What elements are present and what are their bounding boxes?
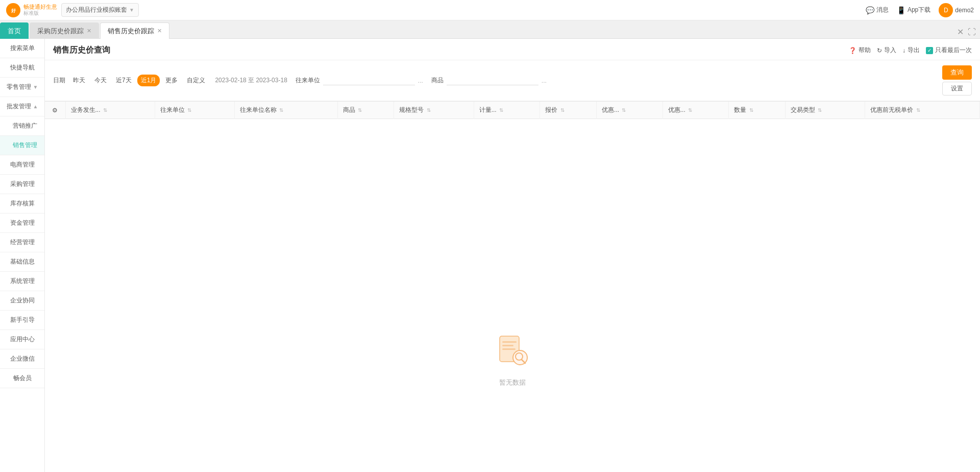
sort-icon: ⇅ bbox=[358, 107, 362, 113]
sales-mgmt-label: 销售管理 bbox=[13, 141, 37, 150]
sidebar-item-marketing[interactable]: 营销推广 bbox=[0, 116, 44, 136]
tab-sales-label: 销售历史价跟踪 bbox=[108, 27, 154, 36]
col-product[interactable]: 商品 ⇅ bbox=[337, 102, 394, 119]
filter-right-actions: 查询 设置 bbox=[942, 65, 972, 96]
finance-label: 资金管理 bbox=[10, 219, 35, 227]
col-price[interactable]: 报价 ⇅ bbox=[540, 102, 597, 119]
page-title: 销售历史价查询 bbox=[53, 45, 110, 56]
workspace-label: 办公用品行业模拟账套 bbox=[66, 6, 127, 14]
guide-label: 新手引导 bbox=[10, 316, 35, 324]
col-pretax-price[interactable]: 优惠前无税单价 ⇅ bbox=[865, 102, 980, 119]
col-settings[interactable]: ⚙ bbox=[45, 102, 65, 119]
tab-home[interactable]: 首页 bbox=[0, 22, 29, 39]
sidebar-item-basic-info[interactable]: 基础信息 bbox=[0, 252, 44, 272]
help-button[interactable]: ❓ 帮助 bbox=[849, 46, 871, 55]
page-header: 销售历史价查询 ❓ 帮助 ↻ 导入 ↓ 导出 ✓ 只看最后一次 bbox=[45, 39, 980, 60]
svg-rect-5 bbox=[502, 348, 516, 350]
sidebar-item-wechat[interactable]: 企业微信 bbox=[0, 349, 44, 369]
close-tab-icon[interactable]: ✕ bbox=[957, 28, 964, 36]
date-btn-7days[interactable]: 近7天 bbox=[112, 75, 135, 86]
date-label: 日期 bbox=[53, 76, 65, 85]
col-spec[interactable]: 规格型号 ⇅ bbox=[394, 102, 474, 119]
date-btn-today[interactable]: 今天 bbox=[91, 75, 110, 86]
view-last-toggle[interactable]: ✓ 只看最后一次 bbox=[926, 46, 972, 55]
tab-purchase-history[interactable]: 采购历史价跟踪 ✕ bbox=[30, 22, 99, 39]
tab-purchase-label: 采购历史价跟踪 bbox=[37, 27, 84, 36]
svg-text:好: 好 bbox=[11, 8, 16, 13]
date-btn-custom[interactable]: 自定义 bbox=[183, 75, 209, 86]
user-menu[interactable]: D demo2 bbox=[939, 3, 974, 17]
message-button[interactable]: 💬 消息 bbox=[866, 6, 889, 14]
sidebar-item-retail[interactable]: 零售管理 ▼ bbox=[0, 78, 44, 97]
sidebar-item-enterprise[interactable]: 企业协同 bbox=[0, 291, 44, 311]
avatar: D bbox=[939, 3, 953, 17]
table-area: ⚙ 业务发生... ⇅ 往来单位 ⇅ 往来单位名称 bbox=[45, 102, 980, 472]
table-header-row: ⚙ 业务发生... ⇅ 往来单位 ⇅ 往来单位名称 bbox=[45, 102, 980, 119]
sidebar-item-search-menu[interactable]: 搜索菜单 bbox=[0, 39, 44, 58]
col-trade-type[interactable]: 交易类型 ⇅ bbox=[786, 102, 865, 119]
sidebar-item-quick-nav[interactable]: 快捷导航 bbox=[0, 58, 44, 78]
app-download-button[interactable]: 📱 App下载 bbox=[897, 6, 930, 14]
sort-icon: ⇅ bbox=[622, 107, 626, 113]
wechat-label: 企业微信 bbox=[10, 355, 35, 363]
tab-sales-close[interactable]: ✕ bbox=[157, 28, 162, 34]
membership-label: 畅会员 bbox=[13, 374, 32, 383]
sidebar-item-system[interactable]: 系统管理 bbox=[0, 272, 44, 291]
customer-input[interactable] bbox=[323, 76, 415, 85]
sidebar-item-sales-mgmt[interactable]: 销售管理 bbox=[0, 136, 44, 155]
col-discount1[interactable]: 优惠... ⇅ bbox=[597, 102, 663, 119]
sort-icon: ⇅ bbox=[279, 107, 283, 113]
sort-icon: ⇅ bbox=[103, 107, 107, 113]
sidebar-item-guide[interactable]: 新手引导 bbox=[0, 311, 44, 330]
sidebar-item-finance[interactable]: 资金管理 bbox=[0, 214, 44, 233]
wholesale-label: 批发管理 bbox=[7, 102, 31, 111]
system-label: 系统管理 bbox=[10, 277, 35, 286]
chevron-up-icon: ▲ bbox=[33, 104, 38, 109]
import-button[interactable]: ↻ 导入 bbox=[877, 46, 896, 55]
logo-text: 畅捷通好生意 标准版 bbox=[23, 4, 57, 16]
workspace-selector[interactable]: 办公用品行业模拟账套 ▼ bbox=[61, 3, 139, 17]
retail-label: 零售管理 bbox=[7, 83, 31, 91]
search-button[interactable]: 查询 bbox=[942, 65, 972, 80]
customer-filter-group: 往来单位 ... bbox=[296, 76, 423, 85]
sidebar-item-purchase[interactable]: 采购管理 bbox=[0, 175, 44, 194]
sort-icon: ⇅ bbox=[187, 107, 191, 113]
logo-area: 好 畅捷通好生意 标准版 bbox=[6, 3, 57, 17]
date-btn-more[interactable]: 更多 bbox=[162, 75, 181, 86]
col-partner-code[interactable]: 往来单位 ⇅ bbox=[155, 102, 234, 119]
operations-label: 经营管理 bbox=[10, 238, 35, 247]
header-right: 💬 消息 📱 App下载 D demo2 bbox=[866, 3, 974, 17]
product-input[interactable] bbox=[447, 76, 538, 85]
col-partner-name[interactable]: 往来单位名称 ⇅ bbox=[234, 102, 337, 119]
customer-dots[interactable]: ... bbox=[418, 77, 423, 84]
header-left: 好 畅捷通好生意 标准版 办公用品行业模拟账套 ▼ bbox=[6, 3, 139, 17]
checkbox-icon: ✓ bbox=[926, 47, 933, 54]
settings-button[interactable]: 设置 bbox=[942, 82, 972, 96]
col-biz-date[interactable]: 业务发生... ⇅ bbox=[65, 102, 155, 119]
date-btn-yesterday[interactable]: 昨天 bbox=[69, 75, 89, 86]
basic-info-label: 基础信息 bbox=[10, 257, 35, 266]
date-btn-1month[interactable]: 近1月 bbox=[137, 75, 160, 86]
col-quantity[interactable]: 数量 ⇅ bbox=[729, 102, 786, 119]
inventory-label: 库存核算 bbox=[10, 199, 35, 208]
export-button[interactable]: ↓ 导出 bbox=[902, 46, 920, 55]
sidebar-item-membership[interactable]: 畅会员 bbox=[0, 369, 44, 388]
sidebar-item-operations[interactable]: 经营管理 bbox=[0, 233, 44, 252]
col-discount2[interactable]: 优惠... ⇅ bbox=[663, 102, 729, 119]
product-filter-group: 商品 ... bbox=[431, 76, 547, 85]
tab-sales-history[interactable]: 销售历史价跟踪 ✕ bbox=[100, 22, 169, 39]
main-layout: 搜索菜单 快捷导航 零售管理 ▼ 批发管理 ▲ 营销推广 销售管理 电商管理 采… bbox=[0, 39, 980, 472]
sidebar-item-inventory[interactable]: 库存核算 bbox=[0, 194, 44, 214]
tab-purchase-close[interactable]: ✕ bbox=[87, 28, 91, 34]
message-icon: 💬 bbox=[866, 6, 874, 14]
filter-bar: 日期 昨天 今天 近7天 近1月 更多 自定义 2023-02-18 至 202… bbox=[45, 60, 980, 101]
product-dots[interactable]: ... bbox=[542, 77, 547, 84]
sort-icon: ⇅ bbox=[916, 107, 920, 113]
fullscreen-icon[interactable]: ⛶ bbox=[968, 28, 976, 36]
date-range-display: 2023-02-18 至 2023-03-18 bbox=[215, 76, 287, 85]
col-unit[interactable]: 计量... ⇅ bbox=[474, 102, 540, 119]
sidebar-item-wholesale[interactable]: 批发管理 ▲ bbox=[0, 97, 44, 116]
empty-illustration bbox=[492, 331, 533, 372]
sidebar-item-app-center[interactable]: 应用中心 bbox=[0, 330, 44, 349]
sidebar-item-ecommerce[interactable]: 电商管理 bbox=[0, 155, 44, 175]
